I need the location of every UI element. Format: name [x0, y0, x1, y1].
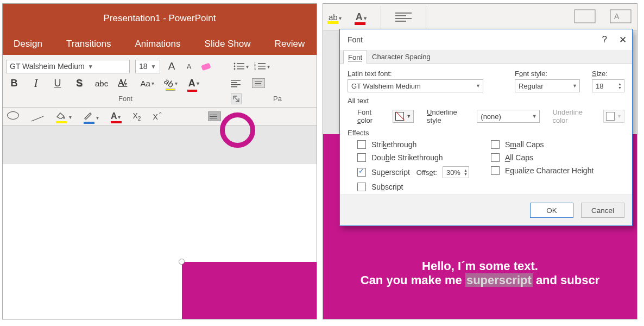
font-size-combobox[interactable]: 18 ▼ — [135, 60, 160, 73]
shape-ellipse-button[interactable] — [7, 111, 19, 121]
spinner-icon: ▲▼ — [618, 82, 622, 90]
offset-value: 30% — [446, 168, 460, 177]
help-button[interactable]: ? — [602, 34, 607, 46]
font-style-label: Font style: — [515, 70, 580, 78]
shape-outline-button[interactable]: ▾ — [84, 111, 98, 122]
font-dialog-launcher[interactable] — [231, 93, 242, 104]
font-color-picker[interactable]: ▼ — [393, 110, 414, 123]
increase-font-size-button[interactable] — [166, 60, 178, 73]
svg-point-3 — [234, 66, 236, 67]
latin-font-combobox[interactable]: GT Walsheim Medium ▼ — [348, 79, 483, 92]
chevron-down-icon: ▾ — [95, 115, 99, 121]
svg-rect-0 — [201, 63, 211, 71]
double-strikethrough-checkbox[interactable]: Double Strikethrough — [357, 153, 469, 162]
paragraph-align-group[interactable] — [395, 12, 412, 22]
svg-rect-15 — [231, 84, 241, 85]
bold-button[interactable]: B — [8, 77, 20, 90]
strikethrough-checkbox[interactable]: Strikethrough — [357, 140, 469, 149]
highlight-swatch — [327, 21, 338, 24]
numbering-button[interactable]: 1 2 3 ▾ — [254, 60, 270, 73]
font-size-label: Size: — [592, 70, 624, 78]
allcaps-checkbox[interactable]: All Caps — [491, 153, 594, 162]
bullets-button[interactable]: ▾ — [233, 60, 249, 73]
subscript-button[interactable]: X2 — [132, 111, 141, 122]
highlighter-icon: ab — [162, 77, 176, 90]
shape-textbox-button[interactable]: A — [610, 9, 632, 25]
font-color-button[interactable]: A▾ — [356, 11, 367, 23]
align-button[interactable] — [208, 111, 221, 121]
selection-handle[interactable] — [179, 259, 185, 265]
font-color-label: Font color — [357, 108, 387, 124]
subscript-checkbox[interactable]: Subscript — [357, 183, 469, 191]
ribbon-home-font: GT Walsheim Medium ▼ 18 ▼ — [3, 55, 317, 108]
color-swatch-icon — [606, 112, 615, 121]
font-name-combobox[interactable]: GT Walsheim Medium ▼ — [6, 60, 130, 73]
close-button[interactable]: ✕ — [619, 34, 627, 46]
mini-ribbon: ab▾ A▾ A — [323, 4, 637, 31]
offset-label: Offset: — [416, 168, 437, 177]
caret-icon: ⌃ — [158, 111, 162, 117]
font-size-value: 18 — [139, 62, 148, 71]
align-left-icon — [231, 79, 242, 87]
slide-canvas[interactable] — [3, 164, 317, 319]
left-panel: Presentation1 - PowerPoint Design Transi… — [2, 3, 317, 319]
svg-rect-10 — [258, 66, 266, 67]
superscript-button[interactable]: X⌃ — [153, 111, 162, 121]
chevron-down-icon: ▼ — [476, 83, 481, 89]
selected-text[interactable]: superscript — [465, 273, 533, 287]
effects-label: Effects — [348, 129, 624, 137]
font-style-combobox[interactable]: Regular ▼ — [515, 79, 580, 92]
tab-design[interactable]: Design — [14, 39, 42, 49]
dialog-tab-font[interactable]: Font — [343, 51, 367, 64]
clear-formatting-button[interactable] — [200, 60, 212, 73]
chevron-down-icon: ▾ — [363, 15, 367, 21]
ok-button[interactable]: OK — [530, 203, 573, 218]
tab-slideshow[interactable]: Slide Show — [205, 39, 251, 49]
shape-rect-button[interactable] — [574, 9, 596, 25]
offset-spinner[interactable]: 30% ▲▼ — [443, 166, 469, 178]
align-center-button[interactable] — [252, 78, 265, 88]
chevron-down-icon: ▾ — [68, 114, 72, 120]
textbox-icon: A — [610, 9, 632, 23]
text-shadow-button[interactable]: S — [73, 77, 85, 90]
tab-transitions[interactable]: Transitions — [66, 39, 111, 49]
tab-animations[interactable]: Animations — [135, 39, 180, 49]
outline-color-swatch — [84, 122, 94, 124]
cancel-button[interactable]: Cancel — [581, 203, 624, 218]
equalize-height-checkbox[interactable]: Equalize Character Height — [491, 166, 594, 175]
eraser-icon — [200, 61, 212, 72]
tab-review[interactable]: Review — [275, 39, 305, 49]
chevron-down-icon: ▾ — [266, 64, 270, 70]
rectangle-icon — [574, 9, 596, 23]
font-color-button-2[interactable]: A▾ — [111, 111, 121, 121]
font-color-button[interactable]: A ▾ — [188, 77, 200, 90]
underline-color-picker: ▼ — [603, 110, 624, 123]
italic-button[interactable]: I — [30, 77, 42, 90]
strikethrough-button[interactable]: abc — [95, 77, 108, 90]
shape-line-button[interactable] — [31, 112, 44, 121]
underline-style-combobox[interactable]: (none) ▼ — [477, 110, 539, 123]
right-panel: ab▾ A▾ A Hello, I´m some text. Can yo — [323, 3, 637, 319]
superscript-checkbox[interactable]: Superscript — [357, 168, 410, 177]
decrease-font-size-button[interactable] — [183, 60, 195, 73]
chevron-down-icon: ▾ — [338, 15, 342, 21]
font-size-spinner[interactable]: 18 ▲▼ — [592, 79, 624, 92]
separator — [426, 6, 426, 29]
smallcaps-checkbox[interactable]: Small Caps — [491, 140, 594, 149]
align-left-button[interactable] — [230, 77, 242, 90]
character-spacing-button[interactable]: AV — [118, 77, 130, 90]
dialog-launcher-icon — [233, 96, 239, 102]
text-box-shape[interactable] — [182, 262, 317, 319]
font-style-value: Regular — [519, 82, 544, 90]
shape-fill-button[interactable]: ▾ — [56, 111, 72, 121]
underline-button[interactable]: U — [52, 77, 64, 90]
svg-rect-4 — [237, 66, 244, 67]
change-case-button[interactable]: Aa▾ — [140, 77, 154, 90]
chevron-down-icon: ▼ — [532, 114, 537, 119]
text-highlight-button[interactable]: ab▾ — [329, 12, 342, 22]
ribbon-tabs: Design Transitions Animations Slide Show… — [3, 33, 317, 55]
text-highlight-button[interactable]: ab ▾ — [164, 77, 178, 90]
svg-rect-2 — [237, 63, 244, 64]
dialog-tab-character-spacing[interactable]: Character Spacing — [367, 50, 435, 64]
spinner-icon: ▲▼ — [464, 168, 468, 176]
